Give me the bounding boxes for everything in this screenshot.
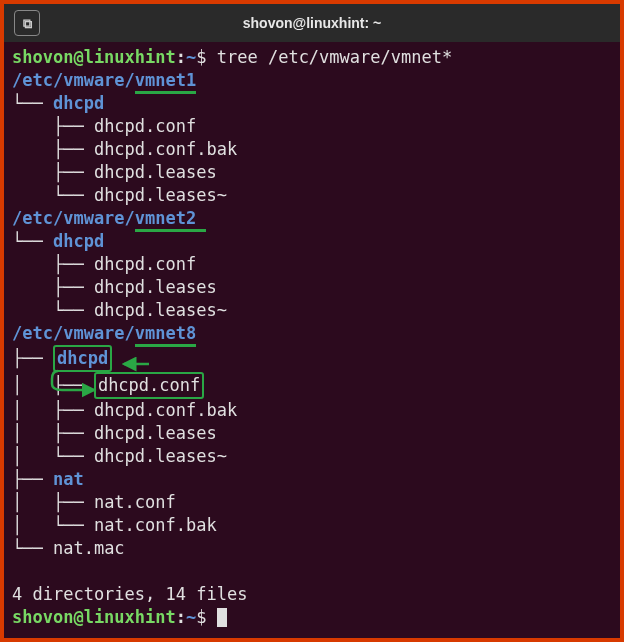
- cursor: [217, 608, 227, 627]
- window-titlebar: ⧉ shovon@linuxhint: ~: [4, 4, 620, 42]
- file-name: dhcpd.leases~: [94, 185, 227, 205]
- highlight-box: dhcpd.conf: [94, 372, 204, 399]
- file-name: dhcpd.leases: [94, 423, 217, 443]
- root-prefix: /etc/vmware/: [12, 323, 135, 343]
- root-prefix: /etc/vmware/: [12, 70, 135, 90]
- prompt-path: ~: [186, 607, 196, 627]
- tree-branch: ├──: [12, 254, 94, 274]
- prompt-user-host: shovon@linuxhint: [12, 47, 176, 67]
- tree-branch: └──: [12, 185, 94, 205]
- tree-file: │ ├── dhcpd.leases: [12, 422, 612, 445]
- tree-file: │ ├── nat.conf: [12, 491, 612, 514]
- tree-branch: ├──: [12, 162, 94, 182]
- command-text: tree /etc/vmware/vmnet*: [217, 47, 452, 67]
- dir-name: nat: [53, 469, 84, 489]
- dir-name: dhcpd: [57, 348, 108, 368]
- file-name: dhcpd.leases: [94, 162, 217, 182]
- file-name: nat.conf.bak: [94, 515, 217, 535]
- tree-branch: │ └──: [12, 515, 94, 535]
- blank-line: [12, 560, 612, 583]
- prompt-path: ~: [186, 47, 196, 67]
- tree-branch: ├──: [12, 469, 53, 489]
- tree-dir: ├── nat: [12, 468, 612, 491]
- tree-file: ├── dhcpd.conf: [12, 253, 612, 276]
- file-name: dhcpd.leases~: [94, 446, 227, 466]
- prompt-symbol: $: [196, 607, 216, 627]
- tree-dir: ├── dhcpd: [12, 345, 612, 372]
- root-name: vmnet2: [135, 208, 207, 232]
- tree-branch: │ ├──: [12, 375, 94, 395]
- tree-file: │ └── dhcpd.leases~: [12, 445, 612, 468]
- tree-branch: ├──: [12, 348, 53, 368]
- tree-branch: └──: [12, 300, 94, 320]
- terminal-icon[interactable]: ⧉: [14, 10, 40, 36]
- tree-root: /etc/vmware/vmnet2: [12, 207, 612, 230]
- tree-file: ├── dhcpd.conf.bak: [12, 138, 612, 161]
- prompt-colon: :: [176, 607, 186, 627]
- prompt-user-host: shovon@linuxhint: [12, 607, 176, 627]
- root-prefix: /etc/vmware/: [12, 208, 135, 228]
- tree-root: /etc/vmware/vmnet8: [12, 322, 612, 345]
- tree-file: └── nat.mac: [12, 537, 612, 560]
- window-title: shovon@linuxhint: ~: [243, 12, 381, 35]
- dir-name: dhcpd: [53, 93, 104, 113]
- tree-root: /etc/vmware/vmnet1: [12, 69, 612, 92]
- prompt-colon: :: [176, 47, 186, 67]
- tree-summary: 4 directories, 14 files: [12, 583, 612, 606]
- file-name: dhcpd.leases: [94, 277, 217, 297]
- tree-branch: ├──: [12, 139, 94, 159]
- file-name: dhcpd.conf.bak: [94, 400, 237, 420]
- file-name: nat.conf: [94, 492, 176, 512]
- terminal-content[interactable]: shovon@linuxhint:~$ tree /etc/vmware/vmn…: [4, 42, 620, 633]
- tree-file: ├── dhcpd.leases: [12, 161, 612, 184]
- file-name: dhcpd.conf: [94, 116, 196, 136]
- tree-branch: │ └──: [12, 446, 94, 466]
- prompt-line: shovon@linuxhint:~$: [12, 606, 612, 629]
- tree-file: ├── dhcpd.leases: [12, 276, 612, 299]
- terminal-icon-glyph: ⧉: [23, 12, 32, 35]
- tree-branch: ├──: [12, 116, 94, 136]
- prompt-line: shovon@linuxhint:~$ tree /etc/vmware/vmn…: [12, 46, 612, 69]
- tree-file: │ ├── dhcpd.conf.bak: [12, 399, 612, 422]
- root-name: vmnet1: [135, 70, 196, 94]
- tree-branch: ├──: [12, 277, 94, 297]
- tree-file: │ ├── dhcpd.conf: [12, 372, 612, 399]
- tree-dir: └── dhcpd: [12, 230, 612, 253]
- file-name: dhcpd.leases~: [94, 300, 227, 320]
- tree-file: ├── dhcpd.conf: [12, 115, 612, 138]
- tree-branch: └──: [12, 231, 53, 251]
- tree-branch: └──: [12, 538, 53, 558]
- tree-branch: │ ├──: [12, 492, 94, 512]
- prompt-symbol: $: [196, 47, 216, 67]
- tree-dir: └── dhcpd: [12, 92, 612, 115]
- tree-file: └── dhcpd.leases~: [12, 184, 612, 207]
- file-name: nat.mac: [53, 538, 125, 558]
- highlight-box: dhcpd: [53, 345, 112, 372]
- root-name: vmnet8: [135, 323, 196, 347]
- tree-branch: └──: [12, 93, 53, 113]
- file-name: dhcpd.conf: [94, 254, 196, 274]
- file-name: dhcpd.conf: [98, 375, 200, 395]
- tree-branch: │ ├──: [12, 423, 94, 443]
- tree-branch: │ ├──: [12, 400, 94, 420]
- tree-file: └── dhcpd.leases~: [12, 299, 612, 322]
- tree-file: │ └── nat.conf.bak: [12, 514, 612, 537]
- dir-name: dhcpd: [53, 231, 104, 251]
- file-name: dhcpd.conf.bak: [94, 139, 237, 159]
